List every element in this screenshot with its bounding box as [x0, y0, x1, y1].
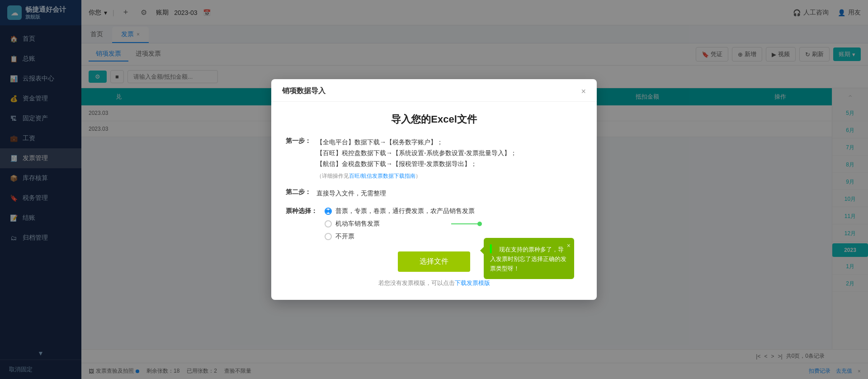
modal-body: 导入您的Excel文件 第一步： 【全电平台】数据下载→【税务数字账户】； 【百…	[271, 102, 597, 299]
radio-circle-3	[325, 233, 332, 240]
step-2: 第二步： 直接导入文件，无需整理	[286, 188, 582, 199]
tooltip-text: 现在支持的票种多了，导入发票时别忘了选择正确的发票类型呀！	[490, 246, 566, 272]
radio-row: 票种选择： 普票，专票，卷票，通行费发票，农产品销售发票 机动车销售发票	[286, 207, 582, 241]
step-2-row: 第二步： 直接导入文件，无需整理	[286, 188, 582, 199]
modal-title: 销项数据导入	[282, 86, 326, 96]
step-1-line-2: 【百旺】税控盘数据下载→【系统设置-系统参数设置-发票批量导入】；	[316, 148, 517, 159]
step-1: 第一步： 【全电平台】数据下载→【税务数字账户】； 【百旺】税控盘数据下载→【系…	[286, 137, 582, 180]
modal-overlay: 销项数据导入 × 导入您的Excel文件 第一步： 【全电平台】数据下载→【税务…	[0, 0, 868, 379]
step-1-label: 第一步：	[286, 137, 313, 145]
modal-close-button[interactable]: ×	[581, 87, 586, 95]
radio-label-2: 机动车销售发票	[335, 220, 380, 228]
guide-link[interactable]: 百旺/航信发票数据下载指南	[349, 173, 415, 179]
radio-circle-2	[325, 220, 332, 227]
tooltip-bubble: × ▎ 现在支持的票种多了，导入发票时别忘了选择正确的发票类型呀！	[484, 238, 574, 279]
radio-circle-1	[325, 208, 332, 215]
select-file-button[interactable]: 选择文件	[398, 251, 470, 272]
tooltip-icon: ▎	[490, 245, 495, 253]
tooltip-connector	[451, 222, 482, 226]
radio-option-3[interactable]: 不开票	[325, 232, 475, 241]
step-1-line-1: 【全电平台】数据下载→【税务数字账户】；	[316, 137, 517, 148]
radio-option-1[interactable]: 普票，专票，卷票，通行费发票，农产品销售发票	[325, 207, 475, 215]
radio-label-1: 普票，专票，卷票，通行费发票，农产品销售发票	[335, 207, 475, 215]
footer-prefix: 若您没有发票模版，可以点击	[378, 280, 455, 286]
download-template-link[interactable]: 下载发票模版	[455, 280, 490, 286]
radio-option-2[interactable]: 机动车销售发票 × ▎ 现在支持的票种多了，导入发票时别忘了选择正确的发票类型呀…	[325, 220, 475, 228]
radio-label-3: 不开票	[335, 232, 354, 241]
step-1-note: （详细操作见百旺/航信发票数据下载指南）	[286, 172, 582, 180]
import-modal: 销项数据导入 × 导入您的Excel文件 第一步： 【全电平台】数据下载→【税务…	[271, 79, 597, 299]
step-1-note-suffix: ）	[415, 173, 421, 179]
modal-footer-note: 若您没有发票模版，可以点击下载发票模版	[286, 279, 582, 287]
connector-line	[451, 223, 478, 224]
tooltip-close-button[interactable]: ×	[567, 241, 571, 251]
radio-section: 票种选择： 普票，专票，卷票，通行费发票，农产品销售发票 机动车销售发票	[286, 207, 582, 241]
step-1-content: 【全电平台】数据下载→【税务数字账户】； 【百旺】税控盘数据下载→【系统设置-系…	[316, 137, 517, 169]
radio-options: 普票，专票，卷票，通行费发票，农产品销售发票 机动车销售发票	[325, 207, 475, 241]
step-1-note-prefix: （详细操作见	[316, 173, 349, 179]
modal-header: 销项数据导入 ×	[271, 79, 597, 102]
radio-label: 票种选择：	[286, 207, 317, 215]
step-1-header: 第一步： 【全电平台】数据下载→【税务数字账户】； 【百旺】税控盘数据下载→【系…	[286, 137, 582, 169]
step-2-content: 直接导入文件，无需整理	[316, 188, 386, 199]
step-1-line-3: 【航信】金税盘数据下载→【报税管理-发票数据导出】；	[316, 159, 517, 170]
import-title: 导入您的Excel文件	[286, 113, 582, 126]
connector-dot	[477, 222, 482, 226]
step-2-label: 第二步：	[286, 188, 313, 196]
